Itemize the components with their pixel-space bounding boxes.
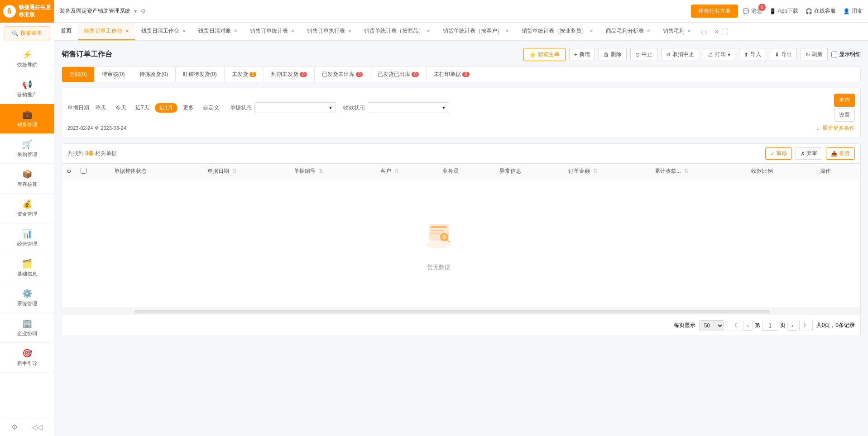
next-page-button[interactable]: › <box>787 321 797 331</box>
expand-filter[interactable]: ⌄ 展开更多条件 <box>816 124 855 132</box>
subtab-not-printed[interactable]: 未打印单据0 <box>427 67 477 82</box>
tab-sales-margin[interactable]: 销售毛利 ✕ <box>657 23 697 40</box>
cancel-stop-button[interactable]: ↺ 取消中止 <box>661 48 699 61</box>
date-option-7days[interactable]: 近7天 <box>132 103 153 113</box>
add-button[interactable]: + 新增 <box>569 48 595 61</box>
tab-cash-daily[interactable]: 钱货日清工作台 ✕ <box>135 23 192 40</box>
ship-button[interactable]: 📤 发货 <box>826 147 855 160</box>
delete-button[interactable]: 🗑 删除 <box>599 48 627 61</box>
tab-close-icon[interactable]: ✕ <box>125 28 129 33</box>
online-service-item[interactable]: 🎧 在线客服 <box>806 7 836 15</box>
sidebar-item-capital[interactable]: 💰 资金管理 <box>0 194 54 223</box>
settings-gear-icon[interactable]: ⚙ <box>11 423 18 431</box>
status-select[interactable]: ▾ <box>254 102 336 113</box>
stop-button[interactable]: ⊙ 中止 <box>630 48 657 61</box>
tab-cash-reconcile[interactable]: 钱货日清对账 ✕ <box>192 23 244 40</box>
show-detail-label[interactable]: 显示明细 <box>831 51 861 58</box>
search-menu-button[interactable]: 🔍 搜索菜单 <box>4 26 50 40</box>
sidebar-item-operations[interactable]: 📊 经营管理 <box>0 223 54 253</box>
th-salesperson[interactable]: 业务员 <box>438 164 494 179</box>
date-option-custom[interactable]: 自定义 <box>199 103 223 113</box>
payment-select[interactable]: ▾ <box>368 102 449 113</box>
subtab-not-shipped[interactable]: 未发货0 <box>225 67 264 82</box>
app-download-item[interactable]: 📱 App下载 <box>769 7 798 15</box>
subtab-pending-check[interactable]: 待拣验货(0) <box>132 67 176 82</box>
refresh-button[interactable]: ↻ 刷新 <box>801 48 828 61</box>
sidebar-item-purchase[interactable]: 🛒 采购管理 <box>0 134 54 164</box>
date-option-yesterday[interactable]: 昨天 <box>92 103 110 113</box>
subtab-overdue-ship[interactable]: 到期未发货0 <box>264 67 315 82</box>
sidebar-item-marketing[interactable]: 📢 营销推广 <box>0 74 54 104</box>
th-customer[interactable]: 客户 ⇅ <box>376 164 438 179</box>
select-all-checkbox[interactable] <box>81 168 86 174</box>
search-icon: 🔍 <box>12 30 19 37</box>
export-button[interactable]: ⬇ 导出 <box>770 48 797 61</box>
tab-close-icon[interactable]: ✕ <box>427 28 430 33</box>
tab-margin-analysis[interactable]: 商品毛利分析表 ✕ <box>599 23 657 40</box>
show-detail-checkbox[interactable] <box>831 52 837 57</box>
th-date[interactable]: 单据日期 ⇅ <box>203 164 289 179</box>
user-item[interactable]: 👤 用友 <box>843 7 863 15</box>
tab-close-icon[interactable]: ✕ <box>687 28 691 33</box>
scroll-track[interactable] <box>134 310 770 313</box>
tab-prev-icon[interactable]: ‹ <box>701 28 703 35</box>
tab-close-icon[interactable]: ✕ <box>291 28 294 33</box>
page-suffix: 页 <box>780 322 786 329</box>
column-settings-icon[interactable]: ⚙ <box>67 168 72 175</box>
tab-close-icon[interactable]: ✕ <box>647 28 650 33</box>
smart-create-button[interactable]: ⭐ 智能生单 <box>523 48 566 61</box>
th-collected[interactable]: 累计收款... ⇅ <box>650 164 747 179</box>
subtab-pending-audit[interactable]: 待审核(0) <box>95 67 133 82</box>
tab-sales-product[interactable]: 销货单统计表（按商品） ✕ <box>358 23 436 40</box>
tab-close-icon[interactable]: ✕ <box>505 28 509 33</box>
tab-next-icon[interactable]: › <box>705 28 707 35</box>
sidebar-item-inventory[interactable]: 📦 库存核算 <box>0 164 54 194</box>
message-item[interactable]: 💬 消息 6 <box>743 7 762 15</box>
th-status[interactable]: 单据整体状态 <box>110 164 203 179</box>
tab-sales-stats[interactable]: 销售订单统计表 ✕ <box>244 23 301 40</box>
sidebar-item-enterprise[interactable]: 🏢 企业协同 <box>0 313 54 343</box>
subtab-shipped-out[interactable]: 已发货已出库0 <box>370 67 427 82</box>
subtab-all[interactable]: 全部(0) <box>62 67 95 82</box>
tab-sales-workbench[interactable]: 销售订单工作台 ✕ <box>78 23 135 40</box>
horizontal-scrollbar[interactable] <box>62 308 860 315</box>
filter-settings-button[interactable]: 设置 <box>834 109 855 122</box>
audit-button[interactable]: ✓ 审核 <box>765 147 792 160</box>
tab-home[interactable]: 首页 <box>54 23 78 40</box>
sidebar-item-system[interactable]: ⚙️ 系统管理 <box>0 283 54 313</box>
import-button[interactable]: ⬆ 导入 <box>739 48 766 61</box>
collapse-icon[interactable]: ◁◁ <box>32 423 43 431</box>
tab-sales-exec[interactable]: 销售订单执行表 ✕ <box>301 23 358 40</box>
sidebar-item-newbie[interactable]: 🎯 新手引导 <box>0 343 54 373</box>
sidebar-item-quick-nav[interactable]: ⚡ 快捷导航 <box>0 44 54 74</box>
tab-sales-staff[interactable]: 销货单统计表（按业务员） ✕ <box>515 23 599 40</box>
page-input[interactable] <box>762 321 778 331</box>
subtab-shipped-not-out[interactable]: 已发货未出库0 <box>315 67 371 82</box>
tab-close-icon[interactable]: ✕ <box>234 28 237 33</box>
prev-page-button[interactable]: ‹ <box>743 321 753 331</box>
th-number[interactable]: 单据编号 ⇅ <box>289 164 376 179</box>
tab-close-icon[interactable]: ✕ <box>590 28 593 33</box>
chevron-down-icon[interactable]: ▾ <box>134 8 137 14</box>
subtab-wangpu-ship[interactable]: 旺铺待发货(0) <box>176 67 225 82</box>
cancel-audit-button[interactable]: ✗ 弃审 <box>796 147 822 160</box>
date-option-1month[interactable]: 近1月 <box>155 103 178 113</box>
th-anomaly[interactable]: 异常信息 <box>495 164 564 179</box>
tab-maximize-icon[interactable]: ⛶ <box>721 28 728 35</box>
date-option-more[interactable]: 更多 <box>179 103 197 113</box>
print-button[interactable]: 🖨 打印 ▾ <box>703 48 735 61</box>
th-amount[interactable]: 订单金额 ⇅ <box>564 164 650 179</box>
per-page-select[interactable]: 50 10 20 100 <box>699 320 724 331</box>
tab-sales-customer[interactable]: 销货单统计表（按客户） ✕ <box>436 23 515 40</box>
tab-close-icon[interactable]: ✕ <box>182 28 186 33</box>
query-button[interactable]: 查询 <box>834 94 855 107</box>
sidebar-item-sales[interactable]: 💼 销售管理 <box>0 104 54 134</box>
solution-button[interactable]: 体验行业方案 <box>691 5 738 18</box>
last-page-button[interactable]: 》 <box>799 320 813 331</box>
tab-close-icon[interactable]: ✕ <box>348 28 351 33</box>
first-page-button[interactable]: 《 <box>728 320 741 331</box>
sidebar-item-basic[interactable]: 🗂️ 基础信息 <box>0 253 54 283</box>
tab-close-all-icon[interactable]: ✕ <box>714 28 719 35</box>
date-option-today[interactable]: 今天 <box>112 103 130 113</box>
topbar-settings-icon[interactable]: ⚙ <box>140 8 146 15</box>
